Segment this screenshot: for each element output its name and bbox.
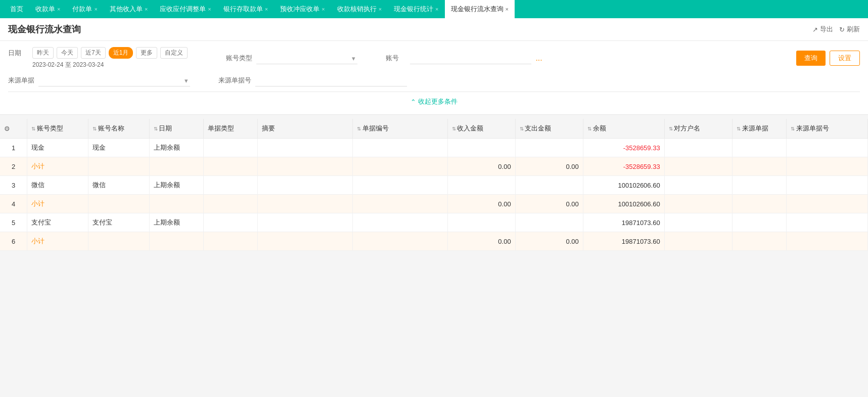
cell-voucher-type [203,232,257,251]
nav-close-shoukuan[interactable]: × [57,6,60,12]
cell-balance: -3528659.33 [583,157,664,176]
cell-source-no [787,139,868,157]
cell-income: 0.00 [447,157,515,176]
cell-balance: 19871073.60 [583,232,664,251]
th-voucher-no[interactable]: ⇅ 单据编号 [352,119,447,139]
sort-icon-voucher-no: ⇅ [357,126,362,131]
cell-income: 0.00 [447,195,515,213]
cell-account-type: 微信 [27,176,88,195]
date-btn-yesterday[interactable]: 昨天 [32,47,54,59]
date-btn-1month[interactable]: 近1月 [109,47,133,59]
nav-tab-fukuan[interactable]: 付款单 × [66,0,103,18]
page-header: 现金银行流水查询 ↗ 导出 ↻ 刷新 [0,18,868,41]
table-row: 3微信微信上期余额100102606.60 [0,176,868,195]
date-filter-group: 日期 昨天 今天 近7天 近1月 更多 自定义 2023-02-24 至 202… [8,47,188,69]
cell-date [149,232,203,251]
cell-num: 2 [0,157,27,176]
page-title: 现金银行流水查询 [8,23,81,35]
cell-expense [515,176,583,195]
cell-summary [258,139,353,157]
cell-expense [515,139,583,157]
account-filter: 账号 ... [386,52,542,64]
cell-account-name: 现金 [88,139,149,157]
nav-close-liushui[interactable]: × [506,6,509,12]
th-source[interactable]: ⇅ 来源单据 [732,119,786,139]
nav-close-fukuan[interactable]: × [94,6,97,12]
cell-source-no [787,176,868,195]
cell-source [732,195,786,213]
header-actions: ↗ 导出 ↻ 刷新 [812,25,860,34]
settings-button[interactable]: 设置 [830,51,860,66]
nav-tab-yingshouyingfu[interactable]: 应收应付调整单 × [154,0,217,18]
th-voucher-type[interactable]: 单据类型 [203,119,257,139]
th-date[interactable]: ⇅ 日期 [149,119,203,139]
nav-tab-qitashouru[interactable]: 其他收入单 × [104,0,154,18]
th-source-no[interactable]: ⇅ 来源单据号 [787,119,868,139]
th-balance[interactable]: ⇅ 余额 [583,119,664,139]
cell-summary [258,157,353,176]
date-btn-7days[interactable]: 近7天 [81,47,106,59]
sort-icon-expense: ⇅ [520,126,525,131]
cell-expense [515,213,583,232]
refresh-button[interactable]: ↻ 刷新 [839,25,860,34]
table-settings-icon[interactable]: ⚙ [4,125,10,133]
nav-close-yushouchong[interactable]: × [322,6,325,12]
source-doc-label: 来源单据 [8,76,34,85]
cell-balance: 100102606.60 [583,176,664,195]
th-account-type[interactable]: ⇅ 账号类型 [27,119,88,139]
date-btn-custom[interactable]: 自定义 [160,47,188,59]
account-type-select-wrapper: ▾ [256,52,357,64]
table-row: 5支付宝支付宝上期余额19871073.60 [0,213,868,232]
th-expense[interactable]: ⇅ 支出金额 [515,119,583,139]
date-label: 日期 [8,49,28,58]
nav-tab-yinhangcunqu[interactable]: 银行存取款单 × [217,0,274,18]
collapse-button[interactable]: ⌃ 收起更多条件 [8,95,860,108]
cell-summary [258,213,353,232]
source-doc-input[interactable] [38,74,190,86]
cell-source-no [787,213,868,232]
date-btn-today[interactable]: 今天 [57,47,78,59]
cell-counterpart [664,139,732,157]
nav-close-yinhangcunqu[interactable]: × [265,6,268,12]
table-header-row: ⚙ ⇅ 账号类型 ⇅ 账号名称 ⇅ 日期 单据类型 摘要 ⇅ 单 [0,119,868,139]
nav-tab-xianjinyinhang[interactable]: 现金银行统计 × [388,0,444,18]
cell-account-name [88,195,149,213]
collapse-up-icon: ⌃ [410,98,416,106]
account-input[interactable] [410,52,531,64]
nav-close-shoukuanhexiao[interactable]: × [379,6,382,12]
cell-source [732,139,786,157]
th-settings[interactable]: ⚙ [0,119,27,139]
nav-tab-shoukuanhexiao[interactable]: 收款核销执行 × [331,0,388,18]
nav-tab-shoukuan[interactable]: 收款单 × [29,0,66,18]
nav-close-xianjinyinhang[interactable]: × [435,6,438,12]
cell-account-name: 微信 [88,176,149,195]
query-button[interactable]: 查询 [796,51,826,66]
cell-voucher-type [203,195,257,213]
sort-icon-account-name: ⇅ [93,126,98,131]
nav-tab-liushui[interactable]: 现金银行流水查询 × [445,0,515,18]
export-button[interactable]: ↗ 导出 [812,25,833,34]
cell-account-type: 支付宝 [27,213,88,232]
cell-num: 4 [0,195,27,213]
table-body: 1现金现金上期余额-3528659.332小计0.000.00-3528659.… [0,139,868,251]
account-dots-button[interactable]: ... [535,54,542,63]
cell-account-type: 现金 [27,139,88,157]
nav-close-qitashouru[interactable]: × [145,6,148,12]
cell-expense: 0.00 [515,195,583,213]
date-btn-more[interactable]: 更多 [136,47,157,59]
cell-income: 0.00 [447,232,515,251]
nav-close-yingshouyingfu[interactable]: × [208,6,211,12]
nav-tab-yushouchong[interactable]: 预收冲应收单 × [274,0,331,18]
th-income[interactable]: ⇅ 收入金额 [447,119,515,139]
th-counterpart[interactable]: ⇅ 对方户名 [664,119,732,139]
cell-num: 5 [0,213,27,232]
cell-voucher-no [352,139,447,157]
cell-voucher-type [203,139,257,157]
nav-home[interactable]: 首页 [4,5,29,14]
cell-account-name [88,232,149,251]
account-type-input[interactable] [256,52,357,64]
th-summary[interactable]: 摘要 [258,119,353,139]
th-account-name[interactable]: ⇅ 账号名称 [88,119,149,139]
cell-summary [258,195,353,213]
source-doc-no-input[interactable] [255,74,407,86]
